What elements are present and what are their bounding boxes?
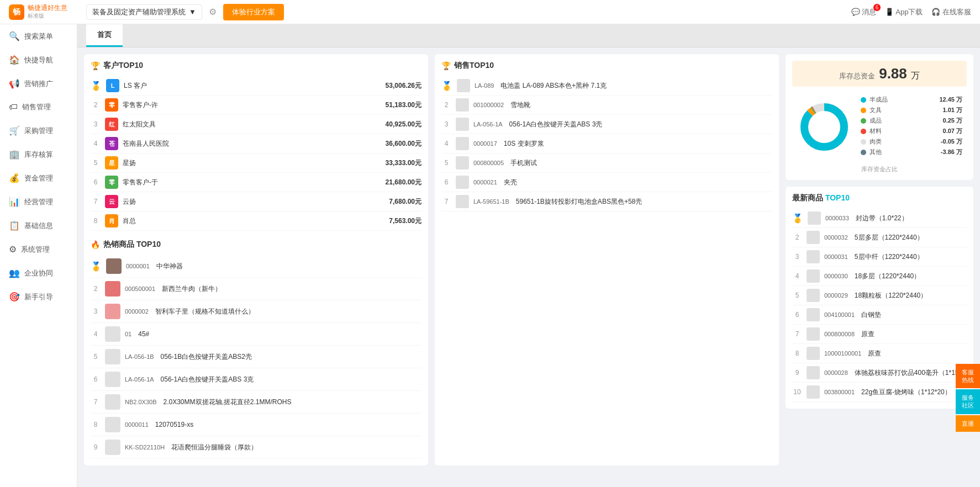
legend-value: -3.86 万 — [941, 148, 962, 156]
search-icon: 🔍 — [9, 31, 20, 41]
customer-top10-card: 🏆 客户TOP10 🥇 L LS 客户 53,006.26元 2 零 — [84, 54, 428, 465]
product-code: LA-59651-1B — [473, 198, 509, 205]
system-name: 装备及固定资产辅助管理系统 — [92, 7, 186, 17]
legend-label: 文具 — [870, 106, 940, 114]
online-service-item[interactable]: 🎧 在线客服 — [931, 7, 971, 17]
sidebar-label-guide: 新手引导 — [24, 292, 53, 302]
product-thumb — [807, 366, 820, 379]
product-name: 封边带（1.0*22） — [856, 214, 967, 223]
product-name: 18颗粒板（1220*2440） — [855, 291, 967, 300]
chart-legend: 半成品 12.45 万 文具 1.01 万 成品 0 — [861, 96, 962, 158]
list-item: 8 10000100001 原查 — [792, 344, 967, 363]
rank-num: 6 — [91, 178, 101, 186]
product-name: 电池盖 LA-089 ABS本色+黑种 7.1克 — [500, 81, 772, 91]
product-name: 手机测试 — [510, 158, 772, 168]
rank-num: 8 — [91, 217, 101, 225]
product-name: 45# — [138, 330, 421, 338]
rank-num: 5 — [91, 159, 101, 167]
product-code: 000500001 — [125, 285, 155, 292]
money-icon: 💰 — [9, 173, 20, 183]
rank-num: 5 — [441, 159, 451, 167]
tab-home[interactable]: 首页 — [86, 24, 123, 47]
product-code: 0000017 — [473, 140, 497, 147]
rank-num: 3 — [91, 308, 101, 315]
legend-dot — [861, 129, 866, 134]
product-name: 原查 — [868, 349, 967, 358]
sidebar-item-nav[interactable]: 🏠 快捷导航 — [0, 48, 77, 72]
legend-item: 文具 1.01 万 — [861, 106, 962, 114]
product-name: 59651-1B旋转投影灯电池盒ABS黑色+58壳 — [516, 197, 772, 207]
rank-num: 3 — [792, 253, 802, 261]
product-code: LA-056-1A — [473, 121, 503, 128]
clipboard-icon: 📋 — [9, 220, 20, 231]
list-item: 5 星 星扬 33,333.00元 — [91, 153, 421, 173]
service-live-btn[interactable]: 直播 — [956, 415, 980, 432]
rank-num: 6 — [792, 311, 802, 319]
product-code: 10000100001 — [824, 350, 861, 357]
header-right: 💬 消息 6 📱 App下载 🎧 在线客服 — [851, 7, 971, 17]
product-name: 中华神器 — [156, 262, 421, 271]
message-badge: 6 — [873, 4, 881, 11]
sidebar-item-finance[interactable]: 💰 资金管理 — [0, 166, 77, 190]
product-thumb — [807, 347, 820, 360]
sidebar-item-guide[interactable]: 🎯 新手引导 — [0, 285, 77, 309]
logo-text: 畅捷通好生意 标准版 — [28, 4, 67, 20]
sidebar-item-sales[interactable]: 🏷 销售管理 — [0, 96, 77, 119]
list-item: 7 000800008 原查 — [792, 325, 967, 344]
sidebar-item-marketing[interactable]: 📢 营销推广 — [0, 72, 77, 96]
new-products-list: 🥇 0000033 封边带（1.0*22） 2 0000032 5层多层（122… — [792, 209, 967, 402]
rank-num: 2 — [441, 101, 451, 109]
avatar: 星 — [105, 156, 118, 170]
new-products-card: 最新商品 TOP10 🥇 0000033 封边带（1.0*22） 2 000 — [786, 187, 973, 409]
message-item[interactable]: 💬 消息 6 — [851, 7, 877, 17]
main-layout: 🔍 搜索菜单 🏠 快捷导航 📢 营销推广 🏷 销售管理 🛒 采购管理 🏢 库存核… — [0, 24, 980, 487]
system-selector[interactable]: 装备及固定资产辅助管理系统 ▼ — [86, 4, 202, 20]
sidebar-label-collab: 企业协同 — [24, 268, 53, 278]
legend-dot — [861, 118, 866, 124]
sidebar-item-purchase[interactable]: 🛒 采购管理 — [0, 119, 77, 142]
hot-products-section: 🔥 热销商品 TOP10 🥇 0000001 中华神器 2 — [91, 240, 421, 459]
gear-button[interactable]: ⚙ — [209, 7, 217, 17]
legend-label: 成品 — [870, 117, 940, 125]
sidebar-item-search[interactable]: 🔍 搜索菜单 — [0, 24, 77, 48]
app-download-item[interactable]: 📱 App下载 — [885, 7, 923, 17]
sidebar-item-basic[interactable]: 📋 基础信息 — [0, 214, 77, 237]
message-icon: 💬 — [851, 8, 860, 16]
rank-num: 4 — [792, 272, 802, 280]
sidebar-item-operation[interactable]: 📊 经营管理 — [0, 190, 77, 214]
top10-label: TOP10 — [825, 193, 850, 202]
trial-button[interactable]: 体验行业方案 — [223, 4, 284, 20]
product-code: 0000033 — [825, 215, 849, 221]
header-middle: 装备及固定资产辅助管理系统 ▼ ⚙ 体验行业方案 — [86, 4, 851, 20]
legend-dot — [861, 108, 866, 113]
inventory-card: 库存总资金 9.88 万 — [786, 54, 973, 180]
sidebar-item-inventory[interactable]: 🏢 库存核算 — [0, 142, 77, 166]
logo-badge: 标准版 — [28, 12, 67, 20]
rank-icon: 🥇 — [792, 213, 803, 224]
sidebar-item-collab[interactable]: 👥 企业协同 — [0, 261, 77, 285]
product-code: 0000001 — [126, 263, 150, 269]
megaphone-icon: 📢 — [9, 78, 20, 89]
service-community-btn[interactable]: 服务社区 — [956, 389, 980, 414]
product-code: 004100001 — [824, 311, 855, 318]
customer-name: 零售客户-于 — [123, 178, 381, 187]
legend-dot — [861, 97, 866, 103]
service-hotline-btn[interactable]: 客服热线 — [956, 364, 980, 389]
warehouse-icon: 🏢 — [9, 149, 20, 160]
avatar: 红 — [105, 118, 118, 131]
product-name: 原查 — [861, 330, 967, 339]
content-body: 🏆 客户TOP10 🥇 L LS 客户 53,006.26元 2 零 — [77, 47, 980, 472]
rank-icon: 🥇 — [91, 261, 102, 272]
product-thumb — [807, 385, 820, 399]
new-products-title: 最新商品 TOP10 — [792, 193, 967, 203]
product-thumb — [807, 289, 820, 302]
sidebar-label-system: 系统管理 — [21, 245, 50, 255]
product-code: 0000030 — [824, 273, 848, 279]
sidebar-item-system[interactable]: ⚙ 系统管理 — [0, 237, 77, 261]
rank-num: 9 — [792, 369, 802, 377]
avatar: 零 — [105, 98, 118, 112]
product-code: 000800008 — [824, 331, 855, 337]
product-name: 12070519-xs — [155, 421, 421, 428]
rank-num: 4 — [91, 330, 101, 338]
product-name: 056-1A白色按键开关盖ABS 3克 — [161, 375, 421, 384]
